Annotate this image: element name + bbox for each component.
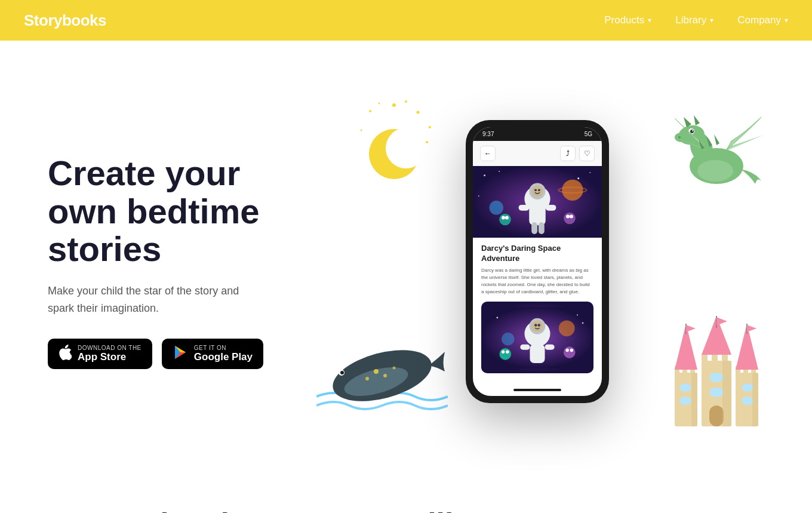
bottom-section: Unleash your storytelling superpowers — [0, 471, 812, 513]
moon-decoration — [346, 94, 442, 190]
svg-point-35 — [538, 189, 540, 191]
svg-point-55 — [531, 320, 543, 332]
svg-point-42 — [502, 216, 505, 219]
svg-point-62 — [502, 350, 505, 353]
svg-rect-110 — [691, 373, 697, 426]
svg-marker-99 — [686, 325, 696, 332]
castle-decoration — [663, 313, 770, 435]
svg-point-17 — [383, 374, 387, 377]
svg-point-64 — [564, 346, 576, 358]
svg-point-44 — [564, 212, 576, 224]
logo[interactable]: Storybooks — [24, 11, 106, 30]
hero-visual: 9:37 5G ← ⤴ ♡ — [299, 82, 776, 441]
svg-point-25 — [577, 177, 579, 179]
svg-point-33 — [531, 185, 543, 197]
svg-rect-58 — [530, 345, 545, 363]
phone-time: 9:37 — [482, 131, 494, 137]
phone-share-button[interactable]: ⤴ — [560, 146, 576, 161]
svg-point-45 — [566, 214, 570, 218]
hero-section: Create your own bedtime stories Make you… — [0, 41, 812, 471]
svg-rect-84 — [702, 354, 708, 364]
phone-mockup: 9:37 5G ← ⤴ ♡ — [466, 120, 609, 404]
chevron-down-icon: ▾ — [648, 16, 651, 24]
svg-point-73 — [692, 130, 693, 131]
svg-point-19 — [393, 367, 396, 370]
svg-rect-40 — [539, 222, 545, 234]
svg-point-63 — [506, 350, 509, 353]
svg-point-27 — [478, 195, 479, 196]
svg-point-18 — [365, 377, 369, 380]
svg-point-66 — [570, 349, 573, 352]
svg-marker-78 — [714, 134, 719, 145]
svg-point-23 — [484, 174, 485, 176]
svg-rect-39 — [531, 222, 537, 234]
svg-point-16 — [374, 369, 379, 374]
hero-subtitle: Make your child the star of the story an… — [48, 282, 251, 317]
svg-point-50 — [582, 322, 584, 324]
phone-bookmark-button[interactable]: ♡ — [579, 146, 595, 161]
svg-point-74 — [678, 136, 681, 139]
store-buttons: Download on the App Store GET IT ON Goo — [48, 339, 299, 369]
svg-point-49 — [577, 314, 578, 315]
svg-rect-36 — [529, 205, 545, 225]
svg-point-34 — [534, 189, 537, 191]
svg-point-46 — [570, 214, 573, 218]
svg-point-75 — [697, 160, 733, 182]
svg-point-8 — [361, 130, 362, 131]
svg-rect-59 — [520, 345, 530, 350]
svg-rect-103 — [709, 388, 724, 397]
svg-point-11 — [426, 141, 428, 143]
bottom-title: Unleash your storytelling superpowers — [24, 506, 788, 513]
svg-point-41 — [499, 213, 511, 225]
svg-point-51 — [559, 320, 575, 336]
google-play-icon — [173, 345, 188, 363]
phone-story-content: Darcy's Daring Space Adventure Darcy was… — [473, 238, 602, 385]
phone-story-text: Darcy was a daring little girl, with dre… — [481, 267, 593, 296]
svg-rect-111 — [752, 373, 758, 426]
nav-links: Products ▾ Library ▾ Company ▾ — [604, 14, 788, 26]
phone-nav-bar: ← ⤴ ♡ — [473, 141, 602, 166]
chevron-down-icon: ▾ — [710, 16, 713, 24]
svg-rect-85 — [712, 354, 718, 364]
app-store-text: Download on the App Store — [78, 345, 142, 363]
nav-company[interactable]: Company ▾ — [737, 14, 788, 26]
svg-point-70 — [675, 133, 689, 142]
phone-story-header-image — [473, 166, 602, 238]
apple-icon — [59, 345, 72, 363]
svg-point-10 — [379, 103, 380, 105]
svg-rect-107 — [742, 397, 753, 405]
svg-marker-97 — [716, 317, 727, 325]
svg-rect-108 — [709, 406, 724, 426]
google-play-text: GET IT ON Google Play — [194, 345, 253, 363]
navbar: Storybooks Products ▾ Library ▾ Company … — [0, 0, 812, 41]
svg-rect-105 — [679, 397, 691, 405]
whale-decoration — [316, 319, 448, 417]
svg-point-52 — [502, 333, 514, 345]
phone-back-button[interactable]: ← — [480, 146, 496, 161]
svg-rect-109 — [722, 361, 731, 426]
phone-status-bar: 9:37 5G — [473, 127, 602, 141]
nav-products[interactable]: Products ▾ — [604, 14, 651, 26]
svg-point-56 — [534, 324, 537, 326]
phone-action-icons: ⤴ ♡ — [560, 146, 595, 161]
app-store-button[interactable]: Download on the App Store — [48, 339, 152, 369]
svg-point-5 — [417, 111, 420, 114]
svg-rect-60 — [545, 345, 555, 350]
svg-point-65 — [565, 349, 568, 352]
google-play-button[interactable]: GET IT ON Google Play — [162, 339, 263, 369]
svg-rect-104 — [679, 383, 691, 392]
svg-marker-101 — [747, 325, 756, 332]
svg-point-30 — [489, 201, 503, 215]
phone-home-indicator — [513, 389, 561, 391]
svg-rect-38 — [546, 205, 556, 211]
hero-title: Create your own bedtime stories — [48, 154, 299, 268]
phone-signal: 5G — [585, 131, 592, 137]
svg-point-57 — [537, 324, 540, 326]
phone-home-bar — [473, 384, 602, 396]
svg-point-6 — [369, 110, 371, 112]
phone-story-title: Darcy's Daring Space Adventure — [481, 244, 593, 264]
nav-library[interactable]: Library ▾ — [675, 14, 713, 26]
svg-point-43 — [505, 216, 509, 219]
svg-point-9 — [405, 100, 407, 103]
svg-point-26 — [589, 172, 590, 173]
